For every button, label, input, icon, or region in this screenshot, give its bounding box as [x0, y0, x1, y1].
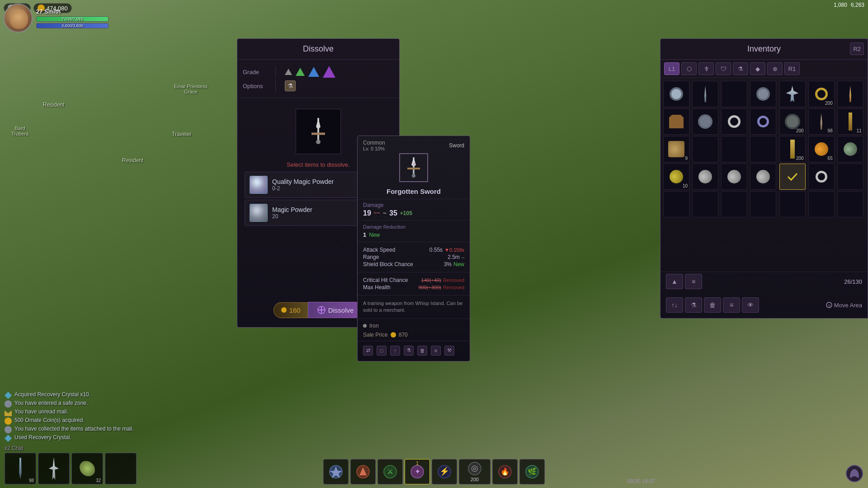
quickslot-2[interactable]	[38, 453, 70, 484]
inv-cell[interactable]	[837, 191, 863, 217]
grade-icons	[285, 66, 335, 78]
inv-cell[interactable]: 200	[808, 81, 835, 107]
inv-cell[interactable]	[808, 164, 835, 190]
mp-bar: 3,600/3,600	[36, 23, 108, 28]
chat-icon-crystal2	[5, 435, 12, 442]
inv-cell[interactable]	[750, 81, 776, 107]
option-icon-1[interactable]: ⚗	[285, 80, 296, 91]
material-dot	[363, 324, 367, 328]
hotbar-slot-6[interactable]: 🔥	[492, 459, 518, 484]
action-sell[interactable]: ⚒	[444, 346, 454, 356]
action-move[interactable]: ⇄	[363, 346, 373, 356]
inv-cell[interactable]	[692, 164, 718, 190]
inv-tab-consumable[interactable]: ⚗	[733, 62, 748, 75]
magic-powder-name: Magic Powder	[272, 206, 312, 213]
inv-cell-selected[interactable]	[779, 164, 806, 190]
inv-cell[interactable]	[750, 108, 776, 135]
dmg-new-sub: +105	[400, 210, 412, 216]
health-row: Max Health 900(+300) Removed	[363, 284, 464, 291]
inv-cell[interactable]	[663, 81, 689, 107]
hotbar-slot-3[interactable]: ⚔	[377, 459, 403, 484]
hotbar-slot-1[interactable]	[323, 459, 349, 484]
inv-btn-list[interactable]: ≡	[723, 297, 740, 313]
helmet-icon[interactable]	[845, 465, 863, 484]
inv-btn-sort[interactable]: ↑↓	[666, 297, 683, 313]
inv-tab-misc[interactable]: ⊕	[767, 62, 783, 75]
inv-tab-material[interactable]: ◆	[750, 62, 765, 75]
inv-cell[interactable]	[750, 191, 776, 217]
inv-cell[interactable]	[837, 136, 863, 162]
inv-cell[interactable]	[692, 81, 718, 107]
inv-cell[interactable]	[692, 136, 718, 162]
inv-cell[interactable]	[663, 108, 689, 135]
action-trash[interactable]: 🗑	[417, 346, 427, 356]
move-area[interactable]: ⊙ Move Area	[826, 302, 862, 309]
inv-cell[interactable]: 200	[779, 108, 806, 135]
dissolve-item-slot[interactable]	[296, 109, 341, 154]
inv-cell[interactable]	[837, 164, 863, 190]
inv-tab-armor[interactable]: 🛡	[716, 62, 731, 75]
grade-rare-icon[interactable]	[308, 67, 319, 77]
sep5	[358, 319, 470, 319]
inv-tab-l1[interactable]: L1	[664, 62, 679, 75]
quickslot-1[interactable]: 98	[5, 453, 36, 484]
inv-cell[interactable]	[721, 136, 747, 162]
inv-cell[interactable]	[721, 164, 747, 190]
inv-btn-discard[interactable]: ⚗	[685, 297, 702, 313]
inv-cell[interactable]	[750, 136, 776, 162]
atk-speed-val: 0.55s	[429, 247, 443, 253]
sort-type-btn[interactable]: ≡	[685, 274, 702, 289]
chat-line: Acquired Recovery Crystal x10.	[5, 391, 212, 399]
r2-button[interactable]: R2	[850, 42, 864, 55]
inventory-tabs: L1 ⬡ 🗡 🛡 ⚗ ◆ ⊕ R1	[660, 60, 868, 78]
grade-common-icon[interactable]	[285, 69, 292, 75]
inv-cell[interactable]: 10	[663, 164, 689, 190]
hotbar-energy-slot[interactable]: ◎ 200	[459, 459, 491, 484]
action-craft[interactable]: ⚗	[404, 346, 414, 356]
inv-cell[interactable]: 200	[779, 136, 806, 162]
inv-cell[interactable]	[837, 81, 863, 107]
inv-cell[interactable]: 98	[808, 108, 835, 135]
inv-tab-all[interactable]: ⬡	[681, 62, 697, 75]
inv-cell[interactable]	[808, 191, 835, 217]
inv-cell[interactable]	[721, 81, 747, 107]
inv-cell[interactable]	[721, 191, 747, 217]
inv-cell[interactable]	[663, 191, 689, 217]
inv-cell[interactable]: 11	[837, 108, 863, 135]
inv-cell[interactable]	[692, 191, 718, 217]
sep6	[358, 341, 470, 341]
grade-uncommon-icon[interactable]	[296, 68, 305, 76]
item-icon	[757, 116, 769, 127]
action-store[interactable]: □	[377, 346, 387, 356]
sort-buttons: ▲ ≡	[666, 274, 702, 289]
inv-cell[interactable]	[750, 164, 776, 190]
grade-epic-icon[interactable]	[323, 66, 335, 78]
inv-cell[interactable]	[721, 108, 747, 135]
inv-tab-weapon[interactable]: 🗡	[698, 62, 714, 75]
inv-count: 26/130	[844, 278, 862, 285]
action-list[interactable]: ≡	[431, 346, 441, 356]
inv-cell[interactable]: 65	[808, 136, 835, 162]
item-description: A training weapon from Whisp Island. Can…	[358, 297, 470, 317]
inv-cell[interactable]: 9	[663, 136, 689, 162]
hotbar-slot-7[interactable]: 🌿	[519, 459, 545, 484]
dissolve-button[interactable]: Dissolve	[308, 302, 363, 318]
hotbar-slot-5[interactable]: ⚡	[432, 459, 457, 484]
sale-coin-icon	[391, 332, 396, 338]
inv-cell[interactable]	[779, 191, 806, 217]
quickslot-4[interactable]	[105, 453, 137, 484]
action-equip[interactable]: ↑	[390, 346, 400, 356]
quickslot-3[interactable]: 32	[71, 453, 103, 484]
inv-btn-trash[interactable]: 🗑	[704, 297, 721, 313]
inv-cell[interactable]	[692, 108, 718, 135]
inv-btn-eye[interactable]: 👁	[742, 297, 759, 313]
hotbar-slot-4[interactable]: ✦ 1	[405, 459, 430, 484]
chat-tab[interactable]: x2 Chat	[5, 445, 23, 451]
grade-option-row: Grade	[243, 66, 394, 78]
sep4	[358, 295, 470, 296]
inv-cell[interactable]	[779, 81, 806, 107]
inv-tab-r1[interactable]: R1	[784, 62, 800, 75]
sort-asc-btn[interactable]: ▲	[666, 274, 683, 289]
hotbar-slot-2[interactable]	[350, 459, 376, 484]
item-grade: Common	[363, 140, 385, 146]
